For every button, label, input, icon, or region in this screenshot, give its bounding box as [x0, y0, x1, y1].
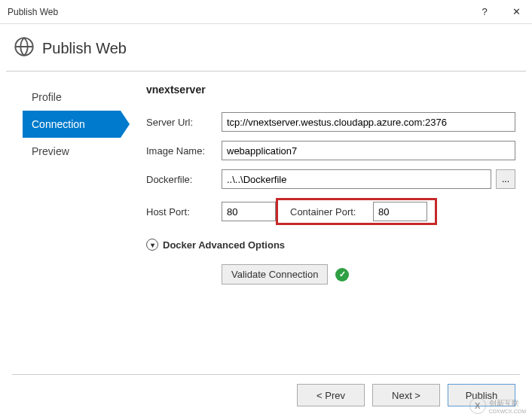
expander-label: Docker Advanced Options [163, 239, 285, 251]
prev-button[interactable]: < Prev [297, 384, 365, 406]
chevron-down-icon: ▾ [146, 239, 158, 251]
image-name-input[interactable] [222, 141, 515, 160]
dialog-title: Publish Web [42, 40, 127, 57]
container-port-input[interactable] [373, 202, 427, 221]
dialog-body: Profile Connection Preview vnextserver S… [0, 72, 532, 285]
section-title: vnextserver [146, 84, 515, 96]
host-port-input[interactable] [222, 202, 276, 221]
next-button[interactable]: Next > [372, 384, 440, 406]
browse-button[interactable]: ... [496, 169, 515, 189]
dialog-header: Publish Web [0, 24, 532, 71]
titlebar: Publish Web ? ✕ [0, 0, 532, 24]
check-icon: ✓ [335, 268, 349, 282]
watermark-brand: 创新互联 [489, 398, 526, 409]
host-port-label: Host Port: [146, 206, 222, 218]
container-port-label: Container Port: [290, 206, 373, 218]
close-button[interactable]: ✕ [500, 1, 532, 23]
window-title: Publish Web [8, 7, 469, 17]
step-profile[interactable]: Profile [23, 84, 121, 111]
help-button[interactable]: ? [469, 1, 500, 23]
dialog-footer: < Prev Next > Publish [0, 373, 532, 420]
server-url-label: Server Url: [146, 117, 222, 128]
watermark-sub: CDXWCX.COM [489, 409, 526, 414]
image-name-label: Image Name: [146, 145, 222, 157]
dockerfile-label: Dockerfile: [146, 174, 222, 185]
docker-advanced-expander[interactable]: ▾ Docker Advanced Options [146, 239, 515, 251]
validate-connection-button[interactable]: Validate Connection [222, 264, 328, 285]
globe-icon [14, 36, 35, 60]
watermark: X 创新互联 CDXWCX.COM [469, 397, 526, 414]
main-panel: vnextserver Server Url: Image Name: Dock… [121, 84, 532, 285]
step-connection[interactable]: Connection [23, 111, 121, 138]
server-url-input[interactable] [222, 112, 515, 132]
dockerfile-input[interactable] [222, 169, 491, 189]
watermark-logo-icon: X [469, 397, 486, 414]
wizard-steps: Profile Connection Preview [0, 84, 121, 285]
container-port-highlight: Container Port: [276, 198, 437, 225]
step-preview[interactable]: Preview [23, 138, 121, 165]
